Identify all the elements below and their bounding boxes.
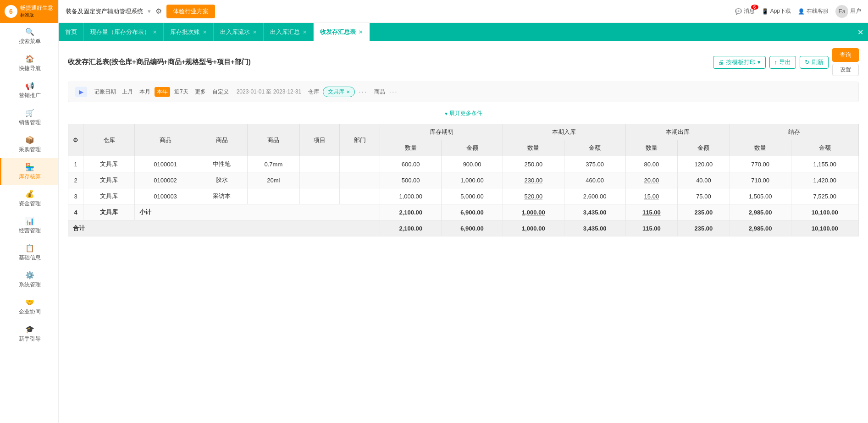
sidebar-item-label: 销售管理 — [19, 119, 41, 126]
tab-inout-flow[interactable]: 出入库流水 ✕ — [214, 23, 264, 41]
query-btn[interactable]: 查询 — [832, 48, 859, 62]
date-btn-custom[interactable]: 自定义 — [210, 87, 231, 97]
app-download-btn[interactable]: 📱 App下载 — [762, 7, 791, 15]
sidebar-item-finance[interactable]: 💰 资金管理 — [0, 185, 58, 212]
sub-end-qty: 2,985.00 — [730, 204, 791, 220]
sub-in-qty[interactable]: 1,000.00 — [503, 204, 564, 220]
table-row: 1 文具库 0100001 中性笔 0.7mm 600.00 900.00 25… — [68, 156, 859, 172]
th-open-amt: 金额 — [442, 140, 503, 156]
date-btn-last-month[interactable]: 上月 — [120, 87, 135, 97]
warehouse-more-dots[interactable]: ··· — [359, 88, 367, 96]
sidebar-item-newbie[interactable]: 🎓 新手引导 — [0, 320, 58, 347]
th-settings[interactable]: ⚙ — [68, 124, 83, 156]
row-end-amt: 1,420.00 — [791, 172, 858, 188]
trial-btn[interactable]: 体验行业方案 — [166, 5, 215, 18]
sidebar-item-label: 搜索菜单 — [19, 38, 41, 45]
sidebar-item-marketing[interactable]: 📢 营销推广 — [0, 77, 58, 104]
row-code: 0100002 — [135, 172, 196, 188]
warehouse-tag[interactable]: 文具库 ✕ — [323, 87, 355, 97]
set-btn[interactable]: 设置 — [832, 64, 859, 76]
row-dept — [340, 156, 380, 172]
row-spec: 20ml — [248, 172, 300, 188]
row-code: 0100003 — [135, 188, 196, 204]
tab-inout-flow-close[interactable]: ✕ — [253, 29, 257, 35]
refresh-btn[interactable]: ↻ 刷新 — [800, 56, 829, 69]
row-out-qty[interactable]: 80.00 — [625, 156, 678, 172]
gear-icon[interactable]: ⚙ — [155, 7, 162, 16]
row-in-qty[interactable]: 250.00 — [503, 156, 564, 172]
total-open-amt: 6,900.00 — [442, 220, 503, 236]
sub-in-amt: 3,435.00 — [564, 204, 625, 220]
date-btn-7days[interactable]: 近7天 — [172, 87, 191, 97]
tab-home[interactable]: 首页 — [59, 23, 84, 41]
th-opening: 库存期初 — [380, 124, 503, 140]
user-btn[interactable]: Ea 用户 — [835, 5, 861, 18]
sidebar-item-label: 经营管理 — [19, 227, 41, 235]
sidebar-item-sales[interactable]: 🛒 销售管理 — [0, 104, 58, 131]
tab-inout-flow-label: 出入库流水 — [220, 28, 250, 36]
row-in-qty[interactable]: 230.00 — [503, 172, 564, 188]
date-btn-this-month[interactable]: 本月 — [137, 87, 153, 97]
goods-more-dots[interactable]: ··· — [389, 88, 398, 96]
export-label: 导出 — [779, 58, 791, 66]
total-label: 合计 — [68, 220, 380, 236]
system-icon: ⚙️ — [25, 271, 34, 280]
tab-stock-dist-label: 现存量（库存分布表） — [90, 28, 150, 36]
warehouse-tag-close[interactable]: ✕ — [346, 89, 350, 94]
th-out-amt: 金额 — [678, 140, 730, 156]
tab-recv-send[interactable]: 收发存汇总表 ✕ — [314, 23, 370, 41]
tab-batch-close[interactable]: ✕ — [203, 29, 207, 35]
row-in-qty[interactable]: 520.00 — [503, 188, 564, 204]
date-btn-more[interactable]: 更多 — [193, 87, 208, 97]
row-code: 0100001 — [135, 156, 196, 172]
export-btn[interactable]: ↑ 导出 — [769, 56, 796, 69]
row-dept — [340, 188, 380, 204]
tab-recv-send-label: 收发存汇总表 — [320, 28, 356, 36]
tab-stock-dist-close[interactable]: ✕ — [153, 29, 157, 35]
sidebar-item-basic[interactable]: 📋 基础信息 — [0, 239, 58, 266]
sidebar-item-system[interactable]: ⚙️ 系统管理 — [0, 266, 58, 293]
sub-label: 小计 — [135, 204, 380, 220]
sidebar-item-collab[interactable]: 🤝 企业协同 — [0, 293, 58, 320]
th-project: 项目 — [299, 124, 340, 156]
th-open-qty: 数量 — [380, 140, 442, 156]
message-btn[interactable]: 💬 消息 6 — [735, 7, 755, 15]
collab-icon: 🤝 — [25, 298, 34, 307]
tab-batch[interactable]: 库存批次账 ✕ — [164, 23, 214, 41]
online-service-btn[interactable]: 👤 在线客服 — [798, 7, 829, 15]
row-warehouse: 文具库 — [83, 172, 135, 188]
home-icon: 🏠 — [25, 55, 34, 63]
app-logo: 6 畅捷通好生意 标准版 — [0, 0, 58, 23]
tab-inout-summary[interactable]: 出入库汇总 ✕ — [264, 23, 314, 41]
tab-recv-send-close[interactable]: ✕ — [359, 29, 363, 35]
sidebar-item-search[interactable]: 🔍 搜索菜单 — [0, 23, 58, 50]
row-warehouse: 文具库 — [83, 188, 135, 204]
sidebar-item-purchase[interactable]: 📦 采购管理 — [0, 131, 58, 158]
online-service-label: 在线客服 — [807, 7, 829, 15]
basic-icon: 📋 — [25, 244, 34, 253]
sub-out-amt: 235.00 — [678, 204, 730, 220]
sidebar-item-operation[interactable]: 📊 经营管理 — [0, 212, 58, 239]
row-out-amt: 75.00 — [678, 188, 730, 204]
sub-out-qty[interactable]: 115.00 — [625, 204, 678, 220]
date-btn-this-year[interactable]: 本年 — [155, 87, 170, 97]
row-in-amt: 375.00 — [564, 156, 625, 172]
expand-more-btn[interactable]: ▾ 展开更多条件 — [68, 108, 859, 119]
tab-inout-summary-label: 出入库汇总 — [270, 28, 300, 36]
sidebar-item-quick[interactable]: 🏠 快捷导航 — [0, 50, 58, 77]
print-icon: 🖨 — [718, 59, 724, 66]
total-open-qty: 2,100.00 — [380, 220, 442, 236]
tab-stock-dist[interactable]: 现存量（库存分布表） ✕ — [84, 23, 164, 41]
tab-inout-summary-close[interactable]: ✕ — [303, 29, 307, 35]
row-out-qty[interactable]: 20.00 — [625, 172, 678, 188]
row-end-amt: 7,525.00 — [791, 188, 858, 204]
tabbar-close-all-icon[interactable]: ✕ — [857, 28, 863, 37]
filter-toggle-btn[interactable]: ▶ — [75, 87, 87, 97]
subtotal-row: 4 文具库 小计 2,100.00 6,900.00 1,000.00 3,43… — [68, 204, 859, 220]
row-open-amt: 5,000.00 — [442, 188, 503, 204]
print-btn[interactable]: 🖨 按模板打印 ▾ — [713, 56, 766, 69]
sidebar-item-inventory[interactable]: 🏪 库存核算 — [0, 158, 58, 185]
row-out-qty[interactable]: 15.00 — [625, 188, 678, 204]
page-title: 收发存汇总表(按仓库+商品编码+商品+规格型号+项目+部门) — [68, 58, 251, 66]
tab-batch-label: 库存批次账 — [170, 28, 200, 36]
